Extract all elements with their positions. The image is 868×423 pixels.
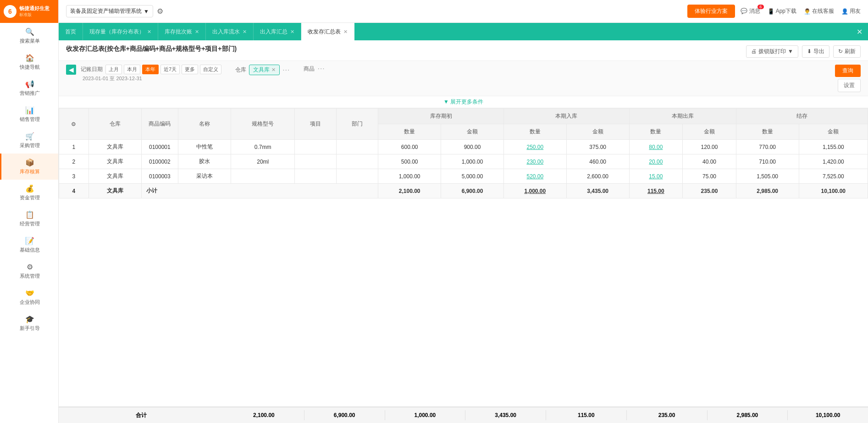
row-goods-spec (231, 169, 295, 184)
sidebar-item-enterprise[interactable]: 🤝 企业协同 (0, 284, 58, 310)
sidebar-item-basic-info[interactable]: 📝 基础信息 (0, 232, 58, 258)
sidebar-item-system[interactable]: ⚙ 系统管理 (0, 258, 58, 284)
sidebar-nav: 🔍 搜索菜单 🏠 快捷导航 📢 营销推广 📊 销售管理 🛒 采购管理 📦 库存核… (0, 23, 58, 423)
purchase-icon: 🛒 (25, 132, 34, 141)
tab-in-out-flow-close[interactable]: ✕ (243, 29, 247, 35)
tab-in-out-summary-close[interactable]: ✕ (290, 29, 294, 35)
footer-open-amt: 6,900.00 (304, 410, 385, 420)
col-in-header: 本期入库 (503, 109, 629, 124)
user-menu-button[interactable]: 👤 用友 (841, 7, 861, 15)
col-in-qty-header: 数量 (503, 124, 566, 140)
date-btn-last-month[interactable]: 上月 (105, 65, 122, 74)
topbar-right: 💬 消息 6 📱 App下载 👨‍💼 在线客服 👤 用友 (741, 7, 861, 15)
subtotal-label: 小计 (141, 184, 378, 198)
print-label: 拨锁版打印 (758, 48, 786, 55)
expand-more-bar[interactable]: ▼ 展开更多条件 (59, 96, 868, 108)
table-row: 3 文具库 0100003 采访本 1,000.00 5,000.00 520.… (59, 169, 868, 184)
trial-button[interactable]: 体验行业方案 (687, 5, 735, 18)
footer-in-amt: 3,435.00 (465, 410, 546, 420)
row-in-amt: 2,600.00 (566, 169, 629, 184)
app-download-label: App下载 (776, 7, 796, 15)
footer-total-label: 合计 (59, 412, 224, 419)
tab-recv-send-summary-close[interactable]: ✕ (343, 29, 348, 35)
sidebar-item-quick-nav[interactable]: 🏠 快捷导航 (0, 49, 58, 75)
tab-inventory-dist[interactable]: 现存量（库存分布表） ✕ (83, 23, 158, 40)
sidebar-item-newbie[interactable]: 🎓 新手引导 (0, 310, 58, 336)
sales-icon: 📊 (25, 106, 34, 115)
sidebar-item-sales[interactable]: 📊 销售管理 (0, 101, 58, 127)
sidebar-label-inventory: 库存核算 (20, 168, 40, 175)
query-button[interactable]: 查询 (835, 65, 861, 77)
row-in-qty[interactable]: 250.00 (503, 140, 566, 154)
message-badge: 6 (757, 5, 764, 9)
date-btn-more[interactable]: 更多 (182, 65, 198, 74)
row-warehouse: 文具库 (88, 140, 141, 154)
topbar-gear-icon[interactable]: ⚙ (157, 7, 163, 16)
export-button[interactable]: ⬇ 导出 (802, 45, 829, 58)
tab-in-out-flow[interactable]: 出入库流水 ✕ (206, 23, 254, 40)
col-out-qty-header: 数量 (629, 124, 683, 140)
date-btn-this-year[interactable]: 本年 (142, 65, 159, 74)
tab-recv-send-summary-label: 收发存汇总表 (308, 28, 341, 36)
sidebar-item-marketing[interactable]: 📢 营销推广 (0, 75, 58, 101)
row-out-qty[interactable]: 20.00 (629, 154, 683, 169)
system-icon: ⚙ (27, 263, 33, 271)
basic-info-icon: 📝 (25, 236, 34, 245)
col-settings-header[interactable]: ⚙ (59, 109, 89, 140)
message-button[interactable]: 💬 消息 6 (741, 7, 760, 15)
col-open-amt-header: 金额 (441, 124, 504, 140)
settings-button[interactable]: 设置 (838, 79, 861, 92)
row-in-qty[interactable]: 520.00 (503, 169, 566, 184)
expand-more-icon: ▼ (443, 99, 450, 105)
system-selector[interactable]: 装备及固定资产辅助管理系统 ▼ (66, 5, 153, 17)
tab-in-out-summary-label: 出入库汇总 (260, 28, 287, 36)
row-dept (337, 140, 378, 154)
page-content: 收发存汇总表(按仓库+商品编码+商品+规格型号+项目+部门) 🖨 拨锁版打印 ▼… (59, 40, 868, 423)
row-goods-spec: 0.7mm (231, 140, 295, 154)
row-project (295, 154, 337, 169)
tab-batch-account-close[interactable]: ✕ (195, 29, 199, 35)
tab-inventory-dist-label: 现存量（库存分布表） (89, 28, 144, 36)
tab-in-out-flow-label: 出入库流水 (212, 28, 240, 36)
tab-batch-account-label: 库存批次账 (165, 28, 192, 36)
date-btn-this-month[interactable]: 本月 (124, 65, 140, 74)
sidebar-item-purchase[interactable]: 🛒 采购管理 (0, 127, 58, 154)
subtotal-out-qty[interactable]: 115.00 (629, 184, 683, 198)
sidebar-label-operation: 经营管理 (20, 220, 40, 227)
subtotal-no: 4 (59, 184, 89, 198)
warehouse-more-dots[interactable]: ··· (282, 66, 290, 74)
tabbar-close-all[interactable]: ✕ (851, 27, 868, 36)
warehouse-tag-remove[interactable]: ✕ (271, 67, 276, 73)
row-out-qty[interactable]: 15.00 (629, 169, 683, 184)
system-dropdown-icon: ▼ (144, 8, 149, 15)
sidebar-item-finance[interactable]: 💰 资金管理 (0, 180, 58, 206)
date-btn-7days[interactable]: 近7天 (160, 65, 180, 74)
goods-more-dots[interactable]: ··· (317, 65, 325, 73)
export-label: 导出 (813, 48, 824, 55)
app-download-button[interactable]: 📱 App下载 (768, 7, 796, 15)
refresh-button[interactable]: ↻ 刷新 (833, 45, 861, 58)
subtotal-in-qty[interactable]: 1,000.00 (503, 184, 566, 198)
row-goods-code: 0100001 (141, 140, 178, 154)
tab-recv-send-summary[interactable]: 收发存汇总表 ✕ (301, 23, 354, 40)
print-icon: 🖨 (751, 48, 757, 55)
tab-batch-account[interactable]: 库存批次账 ✕ (158, 23, 206, 40)
sidebar-item-search[interactable]: 🔍 搜索菜单 (0, 23, 58, 49)
date-btn-custom[interactable]: 自定义 (200, 65, 221, 74)
tab-home[interactable]: 首页 (59, 23, 83, 40)
data-table-container: ⚙ 仓库 商品编码 名称 规格型号 项目 部门 库存期初 本期入库 本期出库 结… (59, 108, 868, 407)
tab-in-out-summary[interactable]: 出入库汇总 ✕ (254, 23, 301, 40)
sidebar-item-inventory[interactable]: 📦 库存核算 (0, 154, 58, 180)
logo-badge: 标准版 (19, 12, 50, 18)
filter-toggle-button[interactable]: ◀ (66, 65, 76, 75)
row-out-qty[interactable]: 80.00 (629, 140, 683, 154)
date-range-display: 2023-01-01 至 2023-12-31 (81, 75, 221, 82)
subtotal-out-amt: 235.00 (683, 184, 736, 198)
table-row: 2 文具库 0100002 胶水 20ml 500.00 1,000.00 23… (59, 154, 868, 169)
sidebar-item-operation[interactable]: 📋 经营管理 (0, 206, 58, 232)
tab-inventory-dist-close[interactable]: ✕ (147, 29, 151, 35)
print-button[interactable]: 🖨 拨锁版打印 ▼ (746, 45, 798, 58)
row-in-qty[interactable]: 230.00 (503, 154, 566, 169)
online-service-button[interactable]: 👨‍💼 在线客服 (804, 7, 834, 15)
message-icon: 💬 (741, 8, 747, 14)
